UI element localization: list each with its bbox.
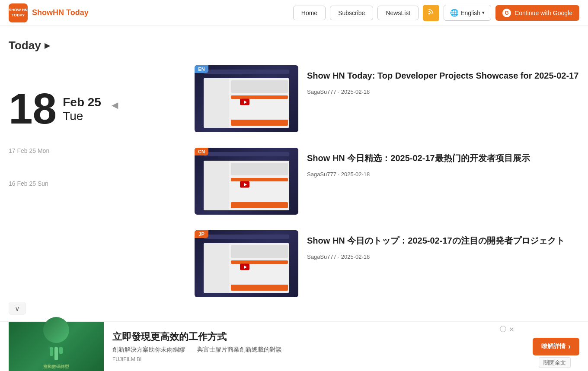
thumb-bottom-bar (231, 202, 288, 208)
thumb-content (204, 243, 289, 293)
article-thumbnail-1[interactable]: CN (195, 148, 298, 215)
lang-badge-cn: CN (195, 148, 208, 155)
thumb-sidebar (204, 243, 229, 293)
prev-arrow-icon[interactable]: ◀ (112, 100, 118, 110)
date-column: 18 Feb 25 Tue ◀ 17 Feb 25 Mon 16 Feb 25 … (9, 61, 195, 301)
article-title-0[interactable]: Show HN Today: Top Developer Projects Sh… (307, 70, 579, 82)
article-author-0: SagaSu777 · 2025-02-18 (307, 89, 579, 95)
google-icon: G (502, 9, 511, 17)
translate-icon: 🌐 (450, 9, 459, 17)
thumb-play-btn (240, 99, 249, 105)
article-title-2[interactable]: Show HN 今日のトップ：2025-02-17の注目の開発者プロジェクト (307, 235, 579, 247)
thumb-content (204, 78, 289, 128)
language-button[interactable]: 🌐 English ▾ (444, 5, 491, 21)
play-icon (244, 100, 247, 104)
today-arrow-icon: ▶ (45, 41, 50, 50)
thumb-main (231, 245, 288, 258)
thumb-inner-0 (195, 65, 298, 132)
article-author-2: SagaSu777 · 2025-02-18 (307, 254, 579, 260)
date-display: 18 Feb 25 Tue ◀ (9, 87, 195, 130)
article-card: CN S (195, 143, 579, 219)
subscribe-button[interactable]: Subscribe (330, 6, 373, 20)
article-card: JP S (195, 226, 579, 301)
article-meta-2: Show HN 今日のトップ：2025-02-17の注目の開発者プロジェクト S… (307, 230, 579, 260)
article-author-1: SagaSu777 · 2025-02-18 (307, 171, 579, 178)
thumb-play-btn (240, 264, 249, 270)
newslist-button[interactable]: NewsList (377, 6, 419, 20)
header: SHOW HN TODAY ShowHN Today Home Subscrib… (0, 0, 588, 26)
ad-logo: FUJIFILM (45, 308, 67, 314)
thumb-bottom-bar (231, 285, 288, 291)
header-nav: Home Subscribe NewsList 🌐 English ▾ G Co… (293, 5, 579, 21)
thumb-inner-1 (195, 148, 298, 215)
home-button[interactable]: Home (293, 6, 326, 20)
header-left: SHOW HN TODAY ShowHN Today (9, 3, 89, 22)
articles-column: EN S (195, 61, 579, 301)
browser-bar (204, 152, 289, 156)
thumb-bottom-bar (231, 120, 288, 126)
thumb-sidebar (204, 78, 229, 128)
svg-point-0 (428, 13, 430, 15)
thumb-play-btn (240, 181, 249, 188)
browser-bar (204, 70, 289, 74)
prev-date-1[interactable]: 16 Feb 25 Sun (9, 180, 195, 187)
content-area: 18 Feb 25 Tue ◀ 17 Feb 25 Mon 16 Feb 25 … (9, 61, 579, 301)
browser-bar (204, 235, 289, 239)
article-meta-1: Show HN 今日精选：2025-02-17最热门的开发者项目展示 SagaS… (307, 148, 579, 178)
site-name-text: ShowHN (32, 8, 64, 17)
main-content: Today ▶ 18 Feb 25 Tue ◀ 17 Feb 25 Mon 16… (0, 26, 588, 314)
play-icon (244, 183, 247, 186)
logo: SHOW HN TODAY (9, 3, 28, 22)
thumb-sidebar (204, 161, 229, 210)
thumb-content (204, 161, 289, 210)
date-day-name: Tue (63, 109, 101, 123)
date-month-year: Feb 25 (63, 95, 101, 109)
prev-dates-list: 17 Feb 25 Mon 16 Feb 25 Sun (9, 147, 195, 187)
article-card: EN S (195, 61, 579, 136)
thumb-main (231, 163, 288, 175)
site-title: ShowHN Today (32, 8, 89, 17)
date-number: 18 (9, 87, 57, 130)
thumb-red-bar (231, 178, 288, 181)
prev-date-0[interactable]: 17 Feb 25 Mon (9, 147, 195, 154)
thumb-red-bar (231, 260, 288, 264)
chevron-down-icon: ∨ (15, 304, 20, 313)
lang-badge-jp: JP (195, 230, 208, 238)
bottom-chevron-button[interactable]: ∨ (9, 302, 26, 314)
article-meta-0: Show HN Today: Top Developer Projects Sh… (307, 65, 579, 95)
article-title-1[interactable]: Show HN 今日精选：2025-02-17最热门的开发者项目展示 (307, 152, 579, 164)
today-heading: Today ▶ (9, 39, 579, 52)
article-thumbnail-0[interactable]: EN (195, 65, 298, 132)
chevron-down-icon: ▾ (482, 10, 485, 16)
thumb-main (231, 80, 288, 93)
rss-button[interactable] (423, 5, 439, 21)
play-icon (244, 265, 247, 269)
rss-icon (427, 8, 435, 18)
lang-badge-en: EN (195, 65, 208, 73)
date-info: Feb 25 Tue (63, 87, 101, 123)
continue-with-google-button[interactable]: G Continue with Google (495, 5, 579, 21)
thumb-inner-2 (195, 230, 298, 297)
thumb-red-bar (231, 95, 288, 99)
article-thumbnail-2[interactable]: JP (195, 230, 298, 297)
